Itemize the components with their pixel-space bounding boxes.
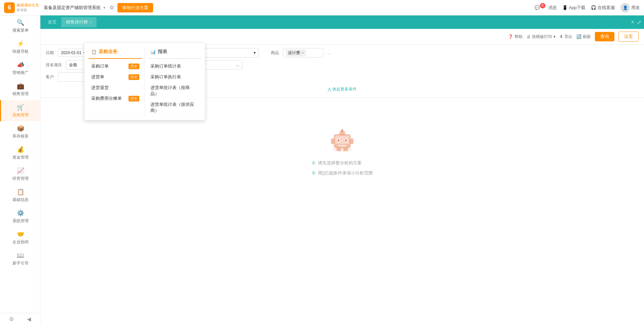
online-service-item[interactable]: 🎧 在线客服: [591, 5, 615, 11]
online-service-label: 在线客服: [598, 5, 615, 11]
empty-illustration: [325, 125, 359, 156]
sidebar-item-quick-nav[interactable]: ⚡ 快捷导航: [0, 37, 40, 58]
svg-rect-11: [343, 148, 348, 151]
app-container: 6 畅捷通好生意 标准版 装备及固定资产辅助管理系统 ▾ ⚙ 体验行业方案 💬 …: [0, 0, 644, 325]
industry-button[interactable]: 体验行业方案: [117, 3, 153, 12]
sidebar-label-inventory: 库存核算: [12, 133, 29, 139]
system-icon: ⚙️: [17, 209, 24, 217]
print-btn[interactable]: 🖨 按模板打印 ▾: [527, 34, 556, 40]
dropdown-arrow-icon[interactable]: ▾: [103, 5, 105, 10]
message-icon: 💬: [535, 5, 540, 10]
message-badge: 6: [540, 3, 545, 8]
content-body: 📋 采购业务 采购订单 历史 进货单 历史 进货退货: [40, 29, 644, 325]
sidebar-collapse-icon[interactable]: ◀: [27, 316, 31, 322]
help-btn[interactable]: ❓ 帮助: [508, 34, 523, 40]
sidebar-label-marketing: 营销推广: [12, 70, 29, 76]
rank-value: 金额: [69, 62, 77, 68]
avatar: 👤: [620, 3, 630, 12]
svg-rect-7: [338, 145, 347, 147]
logo-area: 6 畅捷通好生意 标准版: [4, 2, 41, 13]
purchase-icon: 🛒: [17, 104, 24, 111]
report-col-icon: 📊: [150, 49, 156, 54]
return-label: 进货退货: [91, 85, 109, 91]
sidebar-label-sales: 销售管理: [12, 91, 29, 97]
dropdown-item-order-exec[interactable]: 采购订单执行表: [148, 72, 201, 82]
top-bar: 6 畅捷通好生意 标准版 装备及固定资产辅助管理系统 ▾ ⚙ 体验行业方案 💬 …: [0, 0, 644, 15]
sidebar-item-collab[interactable]: 🤝 企业协同: [0, 227, 40, 248]
sidebar: 🔍 搜索菜单 ⚡ 快捷导航 📣 营销推广 💼 销售管理 🛒 采购管理 📦: [0, 15, 40, 325]
dropdown-item-expense[interactable]: 采购费用分摊单 历史: [88, 93, 142, 104]
sidebar-item-marketing[interactable]: 📣 营销推广: [0, 58, 40, 79]
sidebar-item-purchase[interactable]: 🛒 采购管理: [0, 100, 40, 121]
phone-icon: 📱: [562, 5, 568, 10]
query-button[interactable]: 查询: [595, 32, 614, 41]
gear-icon[interactable]: ⚙: [109, 4, 114, 11]
sidebar-item-finance[interactable]: 💰 资金管理: [0, 143, 40, 164]
purchase-col-title: 采购业务: [99, 49, 117, 55]
avatar-icon: 👤: [623, 5, 628, 10]
sidebar-item-search[interactable]: 🔍 搜索菜单: [0, 15, 40, 37]
dropdown-item-order-stats[interactable]: 采购订单统计表: [148, 61, 201, 72]
tab-home[interactable]: 首页: [43, 17, 61, 27]
purchase-col-header: 📋 采购业务: [88, 47, 142, 59]
export-btn[interactable]: ⬇ 导出: [560, 34, 572, 40]
svg-rect-10: [336, 148, 341, 151]
goods-tag: 设计费 ×: [286, 49, 306, 56]
sidebar-item-system[interactable]: ⚙️ 系统管理: [0, 206, 40, 227]
tab-home-label: 首页: [48, 19, 57, 25]
dropdown-item-receipt-stats-goods[interactable]: 进货单统计表（按商品）: [148, 82, 201, 99]
operations-icon: 📈: [17, 167, 24, 174]
help-label: 帮助: [514, 34, 523, 40]
svg-rect-9: [350, 138, 353, 144]
sidebar-label-guide: 新手引导: [12, 260, 29, 266]
receipt-stats-goods-label: 进货单统计表（按商品）: [150, 85, 199, 97]
sidebar-settings-icon[interactable]: ⚙: [9, 316, 14, 322]
purchase-order-label: 采购订单: [91, 63, 109, 69]
empty-hint-area: ① 请先选择要分析的方案 ② 用[过滤]条件来缩小分析范围: [312, 156, 373, 176]
customer-label: 客户: [46, 74, 54, 80]
inventory-icon: 📦: [17, 125, 24, 132]
collapse-button[interactable]: ⋀ 收起更多条件: [328, 86, 357, 92]
help-icon: ❓: [508, 34, 513, 39]
close-window-icon[interactable]: ×: [631, 19, 634, 25]
goods-tag-close-icon[interactable]: ×: [301, 51, 303, 55]
sidebar-item-basics[interactable]: 📋 基础信息: [0, 185, 40, 206]
expense-label: 采购费用分摊单: [91, 95, 122, 101]
goods-input[interactable]: 设计费 ×: [283, 48, 323, 57]
salesperson-ellipsis[interactable]: ...: [236, 63, 239, 67]
print-icon: 🖨: [527, 34, 531, 39]
sidebar-item-sales[interactable]: 💼 销售管理: [0, 79, 40, 100]
sidebar-label-search: 搜索菜单: [12, 28, 29, 33]
empty-hint-1: ① 请先选择要分析的方案: [312, 160, 373, 166]
logo-line2: 标准版: [17, 8, 39, 12]
dropdown-item-receipt-stats-supplier[interactable]: 进货单统计表（按供应商）: [148, 99, 201, 116]
history-badge-1: 历史: [129, 74, 139, 80]
sidebar-item-inventory[interactable]: 📦 库存核算: [0, 121, 40, 143]
goods-tag-value: 设计费: [288, 50, 300, 56]
refresh-btn[interactable]: 🔄 刷新: [576, 34, 591, 40]
goods-ellipsis[interactable]: ...: [327, 50, 331, 55]
main-area: 🔍 搜索菜单 ⚡ 快捷导航 📣 营销推广 💼 销售管理 🛒 采购管理 📦: [0, 15, 644, 325]
dropdown-item-purchase-order[interactable]: 采购订单 历史: [88, 61, 142, 72]
maximize-icon[interactable]: ⤢: [637, 19, 641, 26]
order-stats-label: 采购订单统计表: [150, 63, 181, 69]
history-badge-0: 历史: [129, 64, 139, 69]
export-label: 导出: [564, 34, 572, 40]
settings-button[interactable]: 设置: [618, 32, 639, 42]
tab-sales-rank[interactable]: 销售排行榜 ×: [61, 17, 97, 27]
sidebar-label-basics: 基础信息: [12, 197, 29, 203]
sidebar-bottom: ⚙ ◀: [0, 313, 40, 325]
dropdown-item-goods-receipt[interactable]: 进货单 历史: [88, 72, 142, 82]
history-badge-3: 历史: [129, 96, 139, 101]
app-download-item[interactable]: 📱 App下载: [562, 5, 585, 11]
svg-rect-8: [331, 138, 334, 144]
dropdown-item-return[interactable]: 进货退货: [88, 82, 142, 93]
user-area[interactable]: 👤 用友: [620, 3, 640, 12]
sidebar-item-operations[interactable]: 📈 经营管理: [0, 164, 40, 185]
sidebar-item-guide[interactable]: 📖 新手引导: [0, 248, 40, 270]
svg-rect-12: [339, 131, 345, 135]
message-item[interactable]: 💬 6 消息: [535, 5, 557, 11]
tab-close-icon[interactable]: ×: [90, 20, 92, 24]
chevron-down-icon: ▾: [254, 50, 256, 55]
goods-receipt-label: 进货单: [91, 74, 104, 80]
